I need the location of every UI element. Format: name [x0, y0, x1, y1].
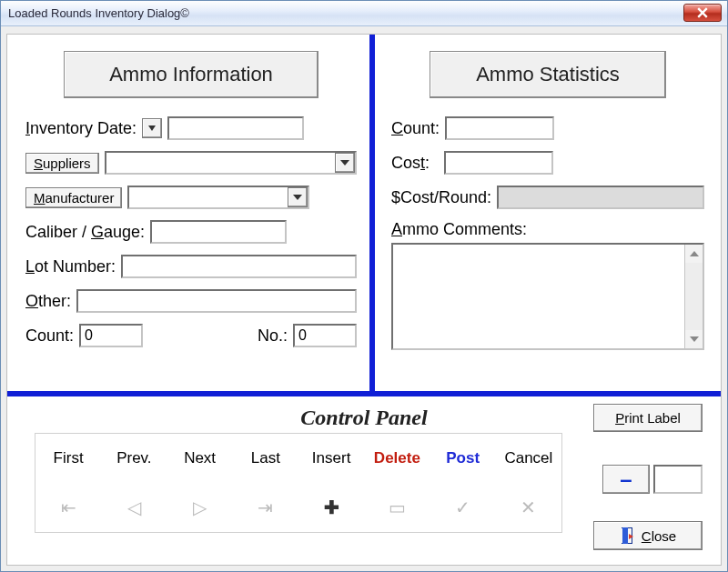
ammo-comments-wrap: [391, 243, 704, 350]
print-label-button[interactable]: Print Label: [593, 404, 703, 432]
quantity-display: [653, 465, 703, 494]
minus-button[interactable]: –: [602, 465, 649, 494]
chevron-down-icon: [690, 336, 699, 342]
manufacturer-combo[interactable]: [127, 186, 309, 209]
nav-delete-button[interactable]: ▭: [364, 497, 430, 518]
manufacturer-combo-input[interactable]: [127, 186, 309, 209]
dialog-window: Loaded Rounds Inventory Dialog© Ammo Inf…: [0, 0, 728, 572]
other-field[interactable]: [76, 289, 357, 313]
client-area: Ammo Information Inventory Date: Supplie…: [6, 34, 722, 566]
suppliers-combo-input[interactable]: [105, 151, 357, 175]
nav-prev-button[interactable]: ◁: [101, 497, 167, 518]
close-button-label: Close: [642, 528, 676, 544]
right-controls: Print Label – Close: [575, 404, 703, 556]
close-icon: [697, 7, 708, 18]
nav-next-button[interactable]: ▷: [167, 497, 233, 518]
chevron-down-icon: [148, 125, 156, 131]
date-picker-button[interactable]: [142, 118, 162, 138]
caliber-gauge-label: Caliber / Gauge:: [25, 223, 145, 242]
cost-per-round-label: $Cost/Round:: [391, 188, 491, 207]
nav-prev-label: Prev.: [101, 449, 167, 467]
manufacturer-button[interactable]: Manufacturer: [25, 187, 122, 208]
suppliers-combo-arrow[interactable]: [335, 153, 355, 173]
suppliers-button[interactable]: Suppliers: [25, 153, 99, 174]
ammo-information-header[interactable]: Ammo Information: [64, 51, 318, 98]
nav-next-label: Next: [167, 449, 233, 467]
nav-first-button[interactable]: ⇤: [35, 497, 101, 518]
scroll-down-button[interactable]: [685, 330, 703, 348]
window-title: Loaded Rounds Inventory Dialog©: [8, 6, 189, 20]
lot-number-label: Lot Number:: [25, 257, 116, 276]
cost-per-round-field: [497, 186, 704, 209]
chevron-down-icon: [340, 160, 349, 166]
close-button[interactable]: Close: [593, 521, 703, 550]
navigator-panel: First Prev. Next Last Insert Delete Post…: [35, 433, 562, 533]
nav-cancel-button[interactable]: ✕: [496, 497, 561, 518]
nav-first-label: First: [35, 449, 101, 467]
nav-post-button[interactable]: ✓: [430, 497, 496, 518]
stats-count-label: Count:: [391, 119, 440, 138]
nav-last-button[interactable]: ⇥: [233, 497, 298, 518]
control-panel-pane: Control Panel First Prev. Next Last Inse…: [7, 396, 721, 565]
nav-insert-button[interactable]: ✚: [298, 497, 364, 518]
ammo-comments-field[interactable]: [393, 245, 682, 348]
chevron-up-icon: [690, 251, 699, 256]
title-bar: Loaded Rounds Inventory Dialog©: [1, 1, 727, 26]
stats-count-field[interactable]: [445, 116, 554, 140]
caliber-gauge-field[interactable]: [150, 220, 287, 244]
scroll-up-button[interactable]: [685, 245, 703, 263]
count-label: Count:: [25, 326, 74, 346]
chevron-down-icon: [293, 195, 302, 200]
ammo-statistics-header[interactable]: Ammo Statistics: [430, 51, 666, 98]
lot-number-field[interactable]: [121, 255, 357, 278]
stats-cost-field[interactable]: [444, 151, 553, 175]
inventory-date-label: Inventory Date:: [25, 119, 136, 138]
suppliers-combo[interactable]: [105, 151, 357, 175]
nav-post-label: Post: [430, 449, 496, 467]
nav-delete-label: Delete: [364, 449, 430, 467]
nav-last-label: Last: [233, 449, 298, 467]
comments-scrollbar[interactable]: [684, 245, 703, 348]
door-exit-icon: [620, 527, 634, 544]
no-field[interactable]: [293, 324, 357, 347]
nav-insert-label: Insert: [298, 449, 364, 467]
no-label: No.:: [258, 326, 288, 346]
count-field[interactable]: [79, 324, 143, 347]
manufacturer-combo-arrow[interactable]: [288, 187, 308, 207]
ammo-comments-label: Ammo Comments:: [391, 220, 527, 239]
ammo-statistics-pane: Ammo Statistics Count: Cost: $Cost/Round…: [375, 35, 721, 391]
ammo-information-pane: Ammo Information Inventory Date: Supplie…: [7, 35, 369, 391]
inventory-date-field[interactable]: [167, 116, 304, 140]
stats-cost-label: Cost:: [391, 154, 430, 173]
other-label: Other:: [25, 292, 71, 311]
nav-cancel-label: Cancel: [496, 449, 561, 467]
window-close-button[interactable]: [683, 4, 722, 22]
navigator-labels: First Prev. Next Last Insert Delete Post…: [35, 434, 561, 483]
